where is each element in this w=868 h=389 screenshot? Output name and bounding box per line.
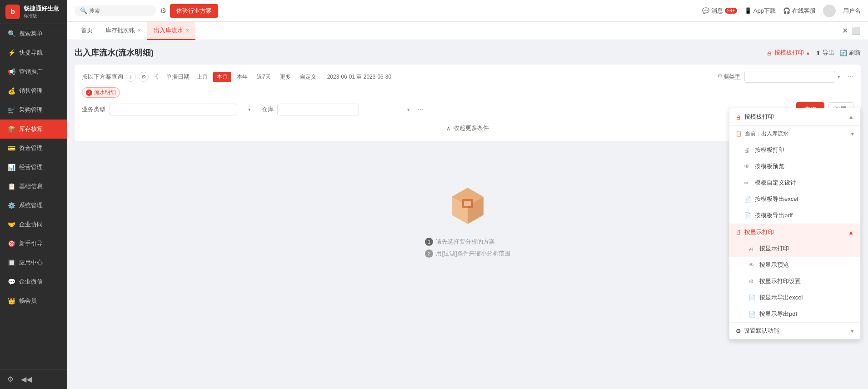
sales-icon: 💰 [7, 87, 15, 95]
dropdown-item-display-settings[interactable]: ⚙ 按显示打印设置 [729, 273, 860, 289]
dropdown-header: 🖨 按模板打印 ▲ [729, 108, 860, 126]
app-brand-text: 畅捷通好生意 标准版 [24, 5, 59, 19]
display-section: 🖨 按显示打印 ▲ 🖨 按显示打印 👁 按显 [729, 224, 860, 322]
warehouse-select-wrapper [277, 104, 414, 115]
sidebar-item-search[interactable]: 🔍 搜索菜单 [0, 24, 67, 43]
print-template-button[interactable]: 🖨 按模板打印 ▲ [767, 49, 810, 57]
sidebar-item-label: 应用中心 [19, 259, 43, 267]
sidebar-item-appcenter[interactable]: 🔲 应用中心 [0, 253, 67, 272]
appcenter-icon: 🔲 [7, 259, 15, 267]
quicknav-icon: ⚡ [7, 49, 15, 57]
user-avatar[interactable] [823, 5, 836, 17]
date-tab-current-month[interactable]: 本月 [213, 72, 231, 82]
empty-tip-1: 1 请先选择要分析的方案 [425, 238, 510, 246]
sidebar-nav: 🔍 搜索菜单 ⚡ 快捷导航 📢 营销推广 💰 销售管理 🛒 采购管理 📦 [0, 24, 67, 369]
sidebar-item-quicknav[interactable]: ⚡ 快捷导航 [0, 43, 67, 62]
dropdown-item-display-print[interactable]: 🖨 按显示打印 [729, 240, 860, 257]
filter-add-button[interactable]: + [126, 72, 136, 82]
print-header-icon: 🖨 [736, 114, 742, 120]
filter-bill-type-group: 单据类型 ··· [717, 71, 853, 83]
bill-type-select[interactable] [744, 71, 835, 83]
dropdown-footer[interactable]: ⚙ 设置默认功能 ▾ [729, 322, 860, 339]
sidebar-item-system[interactable]: ⚙️ 系统管理 [0, 196, 67, 215]
footer-settings-icon: ⚙ [736, 328, 741, 334]
sidebar-item-guide[interactable]: 🎯 新手引导 [0, 234, 67, 253]
filter-row-1: 按以下方案查询 + ⚙ 《 单据日期 上月 本月 本年 近7天 更多 [82, 71, 853, 83]
dropdown-item-template-preview[interactable]: 👁 按模板预览 [729, 158, 860, 175]
dropdown-item-template-export-pdf[interactable]: 📄 按模板导出pdf [729, 207, 860, 224]
tab-flow[interactable]: 出入库流水 × [147, 22, 195, 40]
tab-home[interactable]: 首页 [75, 22, 99, 40]
sidebar-item-cooperation[interactable]: 🤝 企业协同 [0, 215, 67, 234]
sidebar-item-marketing[interactable]: 📢 营销推广 [0, 62, 67, 81]
sidebar-item-sales[interactable]: 💰 销售管理 [0, 81, 67, 100]
warehouse-more-icon[interactable]: ··· [417, 105, 423, 114]
search-icon: 🔍 [7, 30, 15, 38]
export-icon: ⬆ [816, 50, 821, 56]
inventory-icon: 📦 [7, 125, 15, 133]
sidebar-bottom: ⚙ ◀◀ [0, 369, 67, 389]
date-tab-prev-month[interactable]: 上月 [193, 72, 211, 82]
close-window-icon[interactable]: ✕ [842, 26, 848, 35]
sidebar-item-inventory[interactable]: 📦 库存核算 [0, 120, 67, 139]
export-button[interactable]: ⬆ 导出 [816, 49, 834, 57]
basicinfo-icon: 📋 [7, 182, 15, 190]
dropdown-item-display-export-pdf[interactable]: 📄 按显示导出pdf [729, 306, 860, 322]
page-title: 出入库流水(流水明细) [75, 47, 154, 58]
tab-flow-close[interactable]: × [186, 27, 189, 34]
sidebar-item-label: 企业微信 [19, 278, 43, 286]
sidebar-logo: b 畅捷通好生意 标准版 [0, 0, 67, 24]
dropdown-item-display-preview[interactable]: 👁 按显示预览 [729, 257, 860, 273]
brand-version: 标准版 [24, 13, 59, 19]
date-tab-last7days[interactable]: 近7天 [253, 72, 274, 82]
date-tab-more[interactable]: 更多 [276, 72, 294, 82]
settings-gear-icon[interactable]: ⚙ [160, 6, 166, 15]
operations-icon: 📊 [7, 163, 15, 171]
dropdown-item-template-export-excel[interactable]: 📄 按模板导出excel [729, 191, 860, 207]
sidebar-item-enterprise[interactable]: 💬 企业微信 [0, 272, 67, 291]
bill-type-more-icon[interactable]: ··· [848, 73, 853, 81]
display-section-arrow[interactable]: ▲ [848, 229, 854, 236]
chevron-up-icon: ▲ [806, 50, 810, 55]
display-section-header[interactable]: 🖨 按显示打印 ▲ [729, 224, 860, 240]
warehouse-select[interactable] [277, 104, 359, 115]
date-tab-current-year[interactable]: 本年 [233, 72, 251, 82]
online-support-button[interactable]: 🎧 在线客服 [783, 7, 816, 15]
business-type-select[interactable] [109, 104, 236, 115]
filter-business-type-group: 业务类型 [82, 104, 254, 115]
tab-batch-close[interactable]: × [138, 27, 141, 34]
current-template-item[interactable]: 📋 当前：出入库流水 ▾ [729, 126, 860, 142]
dropdown-item-template-print[interactable]: 🖨 按模板打印 [729, 142, 860, 158]
sidebar-item-finance[interactable]: 💳 资金管理 [0, 139, 67, 158]
top-bar: 🔍 ⚙ 体验行业方案 💬 消息 99+ 📱 App下载 [67, 0, 868, 22]
tab-batch[interactable]: 库存批次账 × [99, 22, 147, 40]
dropdown-collapse-icon[interactable]: ▲ [848, 114, 854, 120]
sidebar-item-member[interactable]: 👑 畅会员 [0, 291, 67, 310]
date-tab-custom[interactable]: 自定义 [296, 72, 320, 82]
main-content: 🔍 ⚙ 体验行业方案 💬 消息 99+ 📱 App下载 [67, 0, 868, 389]
dropdown-item-template-custom[interactable]: ✏ 模板自定义设计 [729, 175, 860, 191]
page-title-actions: 🖨 按模板打印 ▲ ⬆ 导出 🔄 刷新 [767, 49, 861, 57]
sidebar-item-operations[interactable]: 📊 经营管理 [0, 158, 67, 177]
app-download-button[interactable]: 📱 App下载 [744, 7, 776, 15]
support-icon: 🎧 [783, 7, 790, 14]
maximize-icon[interactable]: ⬜ [852, 26, 861, 35]
template-pdf-icon: 📄 [744, 212, 751, 219]
search-input[interactable] [89, 8, 144, 14]
sidebar-collapse-icon[interactable]: ◀◀ [21, 375, 32, 384]
filter-left-collapse[interactable]: 《 [151, 72, 159, 82]
sidebar-settings-icon[interactable]: ⚙ [7, 375, 14, 384]
dropdown-item-display-export-excel[interactable]: 📄 按显示导出excel [729, 289, 860, 306]
sidebar-item-basicinfo[interactable]: 📋 基础信息 [0, 177, 67, 196]
sidebar-item-label: 采购管理 [19, 106, 43, 114]
filter-settings-button[interactable]: ⚙ [139, 72, 149, 82]
system-icon: ⚙️ [7, 201, 15, 209]
display-settings-icon: ⚙ [748, 278, 756, 285]
tip-num-1: 1 [425, 238, 433, 246]
sidebar-item-label: 畅会员 [19, 297, 37, 305]
messages-button[interactable]: 💬 消息 99+ [702, 7, 737, 15]
refresh-button[interactable]: 🔄 刷新 [840, 49, 861, 57]
message-icon: 💬 [702, 7, 709, 14]
sidebar-item-purchase[interactable]: 🛒 采购管理 [0, 100, 67, 120]
trial-button[interactable]: 体验行业方案 [170, 4, 218, 18]
